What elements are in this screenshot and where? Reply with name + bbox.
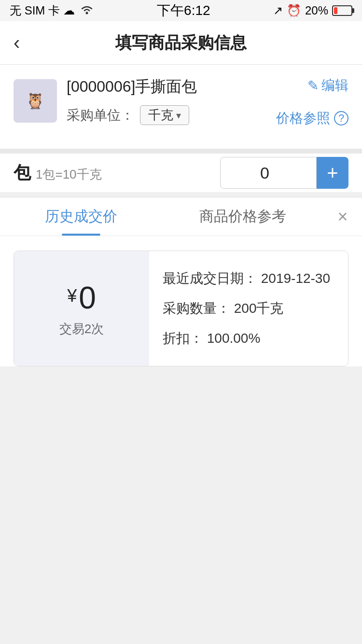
price-amount: 0 (79, 280, 96, 316)
tab-history-price[interactable]: 历史成交价 (0, 197, 162, 236)
edit-button[interactable]: ✎ 编辑 (307, 76, 348, 95)
trade-count: 交易2次 (59, 321, 104, 337)
sim-label: 无 SIM 卡 ☁ (10, 3, 75, 18)
tabs-header: 历史成交价 商品价格参考 × (0, 197, 362, 236)
discount-value: 100.00% (207, 331, 261, 346)
svg-point-0 (85, 12, 88, 14)
edit-label: 编辑 (321, 76, 348, 95)
page-title: 填写商品采购信息 (115, 32, 247, 54)
product-section: 🦉 [0000006]手撕面包 采购单位： 千克 ▾ ✎ 编辑 价格参照 (0, 65, 362, 149)
currency-symbol: ¥ (67, 286, 77, 306)
quantity-plus-button[interactable]: + (317, 157, 348, 189)
unit-value: 千克 (148, 107, 173, 124)
qty-row-value: 200千克 (234, 301, 284, 316)
recent-date-value: 2019-12-30 (261, 271, 330, 286)
tab-price-ref-label: 商品价格参考 (199, 207, 286, 226)
qty-row: 采购数量： 200千克 (163, 298, 334, 319)
price-ref-button[interactable]: 价格参照 ? (276, 109, 348, 127)
recent-date-label: 最近成交日期： (163, 271, 257, 286)
question-icon: ? (334, 111, 348, 126)
product-header: 🦉 [0000006]手撕面包 采购单位： 千克 ▾ ✎ 编辑 价格参照 (14, 76, 348, 127)
battery-fill (334, 7, 337, 14)
battery-percent: 20% (305, 4, 328, 17)
product-left: 🦉 [0000006]手撕面包 采购单位： 千克 ▾ (14, 76, 197, 125)
tabs-section: 历史成交价 商品价格参考 × ¥ 0 交易2次 最近成交日期： 2019-12-… (0, 197, 362, 366)
plus-icon: + (327, 162, 338, 184)
discount-row: 折扣： 100.00% (163, 328, 334, 349)
price-card: ¥ 0 交易2次 最近成交日期： 2019-12-30 采购数量： 200千克 … (14, 251, 348, 366)
qty-unit-main: 包 (14, 161, 31, 185)
tab-history-label: 历史成交价 (45, 207, 117, 226)
alarm-icon: ⏰ (287, 4, 301, 17)
qty-input-block: + (220, 157, 348, 189)
back-button[interactable]: ‹ (14, 32, 20, 54)
unit-dropdown[interactable]: 千克 ▾ (140, 105, 189, 125)
price-ref-label: 价格参照 (276, 109, 330, 127)
recent-date-row: 最近成交日期： 2019-12-30 (163, 268, 334, 289)
edit-icon: ✎ (307, 78, 319, 94)
qty-row-label: 采购数量： (163, 301, 230, 316)
product-thumb-icon: 🦉 (26, 92, 45, 110)
quantity-section: 包 1包=10千克 + (0, 149, 362, 192)
status-left: 无 SIM 卡 ☁ (10, 3, 94, 18)
product-name: [0000006]手撕面包 (67, 76, 197, 98)
tab-close-button[interactable]: × (323, 197, 362, 236)
product-thumbnail: 🦉 (14, 79, 57, 123)
tab-price-ref[interactable]: 商品价格参考 (162, 197, 323, 236)
dropdown-arrow-icon: ▾ (176, 110, 181, 121)
status-right: ↗ ⏰ 20% (273, 4, 352, 17)
status-bar: 无 SIM 卡 ☁ 下午6:12 ↗ ⏰ 20% (0, 0, 362, 21)
wifi-icon (80, 4, 94, 17)
battery-icon (332, 5, 352, 16)
price-display: ¥ 0 (67, 280, 96, 316)
nav-bar: ‹ 填写商品采购信息 (0, 21, 362, 65)
price-card-left: ¥ 0 交易2次 (14, 251, 149, 366)
product-unit-row: 采购单位： 千克 ▾ (67, 105, 197, 125)
qty-unit-sub: 1包=10千克 (36, 166, 102, 183)
unit-label: 采购单位： (67, 106, 134, 125)
price-card-right: 最近成交日期： 2019-12-30 采购数量： 200千克 折扣： 100.0… (149, 251, 348, 366)
qty-label-block: 包 1包=10千克 (14, 161, 102, 185)
product-info: [0000006]手撕面包 采购单位： 千克 ▾ (67, 76, 197, 125)
main-content (0, 381, 362, 644)
location-icon: ↗ (273, 4, 283, 17)
quantity-input[interactable] (220, 157, 317, 189)
status-time: 下午6:12 (157, 1, 210, 20)
discount-label: 折扣： (163, 331, 203, 346)
